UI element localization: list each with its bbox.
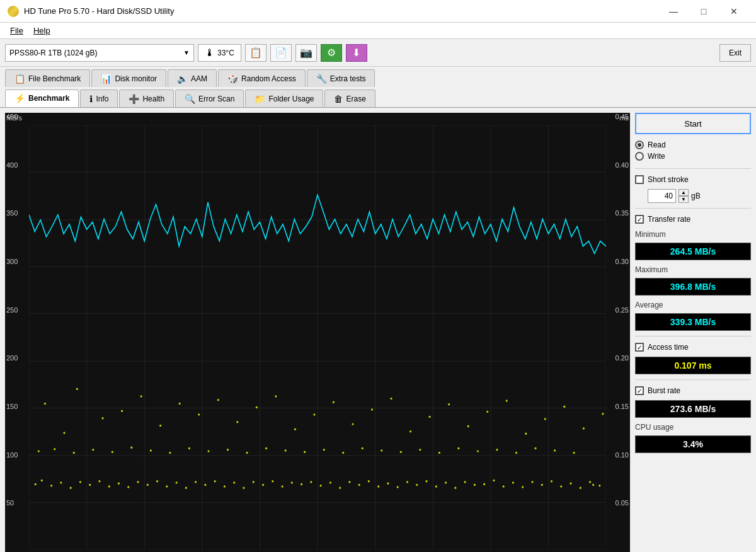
tab-folder-usage-label: Folder Usage (268, 95, 314, 103)
minimize-button[interactable]: — (659, 2, 688, 21)
tab-health[interactable]: ➕ Health (119, 89, 174, 107)
spin-down-button[interactable]: ▼ (679, 196, 689, 203)
y-axis-right: 0.45 0.40 0.35 0.30 0.25 0.20 0.15 0.10 … (616, 113, 629, 548)
app-icon (8, 6, 19, 17)
svg-point-69 (493, 480, 495, 481)
svg-point-40 (214, 480, 216, 482)
stroke-spinbox: ▲ ▼ gB (648, 189, 751, 203)
help-menu[interactable]: Help (28, 25, 55, 37)
tab-extra-tests[interactable]: 🔧 Extra tests (307, 69, 375, 87)
svg-point-82 (54, 448, 55, 450)
svg-point-111 (44, 403, 46, 405)
minimum-label: Minimum (635, 230, 751, 239)
divider-3 (635, 336, 751, 336)
svg-point-131 (429, 416, 431, 418)
svg-point-92 (246, 452, 248, 454)
burst-rate-label: Burst rate (648, 386, 680, 395)
svg-point-29 (108, 485, 110, 487)
svg-point-39 (204, 484, 206, 486)
tab-info[interactable]: ℹ Info (80, 89, 118, 107)
svg-point-124 (294, 428, 296, 430)
tab-erase[interactable]: 🗑 Erase (324, 89, 375, 107)
short-stroke-label: Short stroke (648, 175, 689, 184)
tab-random-access[interactable]: 🎲 Random Access (218, 69, 306, 87)
chart-area: MB/s ms 450 400 350 300 250 200 150 100 … (5, 113, 630, 552)
health-icon: ➕ (129, 94, 139, 104)
tab-container: 📋 File Benchmark 📊 Disk monitor 🔈 AAM 🎲 … (0, 67, 756, 108)
tab-benchmark-label: Benchmark (28, 94, 69, 103)
tab-error-scan[interactable]: 🔍 Error Scan (175, 89, 244, 107)
read-radio[interactable]: Read (635, 141, 751, 149)
drive-select[interactable]: PPSS80-R 1TB (1024 gB) ▼ (5, 44, 194, 62)
main-content: MB/s ms 450 400 350 300 250 200 150 100 … (0, 108, 756, 552)
tab-disk-monitor[interactable]: 📊 Disk monitor (91, 69, 166, 87)
svg-point-127 (352, 423, 353, 425)
svg-point-22 (41, 480, 43, 481)
svg-point-49 (301, 483, 302, 485)
settings-icon-btn[interactable]: ⚙ (321, 44, 342, 62)
file-menu[interactable]: File (5, 25, 28, 37)
short-stroke-checkbox-box (635, 175, 644, 184)
stroke-value-input[interactable] (648, 189, 676, 203)
aam-icon: 🔈 (177, 74, 188, 84)
write-radio[interactable]: Write (635, 152, 751, 161)
svg-point-138 (563, 405, 565, 407)
tab-error-scan-label: Error Scan (198, 95, 234, 103)
access-time-checkbox-box: ✓ (635, 343, 644, 352)
svg-point-60 (406, 481, 408, 483)
window-title: HD Tune Pro 5.70 - Hard Disk/SSD Utility (24, 6, 174, 16)
download-icon-btn[interactable]: ⬇ (346, 44, 367, 62)
svg-point-136 (525, 432, 527, 434)
svg-point-52 (329, 481, 331, 483)
svg-point-86 (130, 447, 132, 449)
copy2-icon-btn[interactable]: 📄 (270, 44, 292, 62)
tab-benchmark[interactable]: ⚡ Benchmark (5, 89, 79, 107)
svg-point-114 (102, 417, 104, 419)
close-button[interactable]: ✕ (719, 2, 748, 21)
svg-point-38 (195, 481, 197, 483)
erase-icon: 🗑 (334, 94, 343, 104)
copy-icon-btn[interactable]: 📋 (245, 44, 266, 62)
svg-point-59 (397, 486, 399, 488)
chart-inner (29, 125, 606, 550)
title-bar: HD Tune Pro 5.70 - Hard Disk/SSD Utility… (0, 0, 756, 23)
svg-point-34 (156, 480, 158, 482)
top-tab-row: 📋 File Benchmark 📊 Disk monitor 🔈 AAM 🎲 … (0, 67, 756, 87)
menu-bar: File Help (0, 23, 756, 39)
transfer-rate-checkbox[interactable]: ✓ Transfer rate (635, 214, 751, 225)
svg-point-88 (169, 452, 171, 454)
svg-point-72 (522, 486, 524, 488)
tab-disk-monitor-label: Disk monitor (115, 74, 157, 83)
extra-tests-icon: 🔧 (316, 74, 327, 84)
read-write-radio-group: Read Write (635, 138, 751, 163)
exit-button[interactable]: Exit (719, 44, 751, 62)
burst-rate-checkbox[interactable]: ✓ Burst rate (635, 385, 751, 396)
file-benchmark-icon: 📋 (14, 74, 25, 84)
svg-point-48 (291, 481, 293, 483)
svg-point-99 (381, 449, 382, 451)
svg-point-130 (410, 430, 411, 432)
svg-point-63 (435, 485, 437, 487)
title-bar-controls: — □ ✕ (659, 2, 748, 21)
svg-point-76 (560, 485, 562, 487)
tab-file-benchmark[interactable]: 📋 File Benchmark (5, 69, 90, 87)
camera-icon-btn[interactable]: 📷 (295, 44, 317, 62)
minimum-value: 264.5 MB/s (635, 243, 751, 260)
maximum-value: 396.8 MB/s (635, 278, 751, 296)
svg-point-115 (121, 410, 123, 411)
svg-point-35 (166, 485, 168, 487)
maximize-button[interactable]: □ (689, 2, 718, 21)
svg-point-21 (35, 483, 37, 485)
tab-aam[interactable]: 🔈 AAM (168, 69, 217, 87)
start-button[interactable]: Start (635, 113, 751, 134)
average-value: 339.3 MB/s (635, 313, 751, 331)
tab-random-access-label: Random Access (241, 74, 296, 83)
svg-point-61 (416, 484, 418, 486)
spin-up-button[interactable]: ▲ (679, 189, 689, 196)
svg-point-87 (150, 449, 152, 451)
short-stroke-checkbox[interactable]: Short stroke (635, 174, 751, 185)
tab-folder-usage[interactable]: 📁 Folder Usage (245, 89, 323, 107)
svg-point-50 (310, 481, 312, 483)
svg-point-42 (233, 481, 235, 483)
access-time-checkbox[interactable]: ✓ Access time (635, 342, 751, 353)
